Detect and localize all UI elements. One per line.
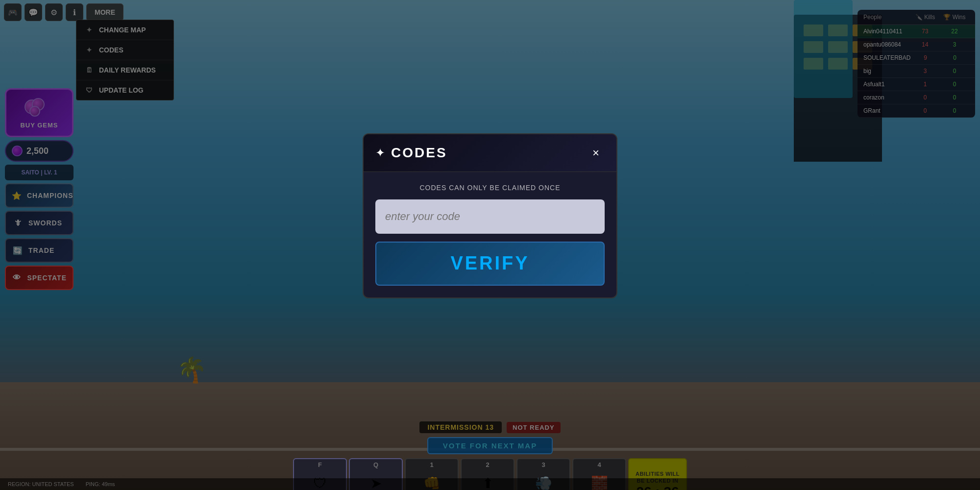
verify-button[interactable]: VERIFY	[375, 242, 605, 286]
codes-modal: ✦ CODES × CODES CAN ONLY BE CLAIMED ONCE…	[363, 133, 617, 298]
modal-overlay: ✦ CODES × CODES CAN ONLY BE CLAIMED ONCE…	[0, 0, 980, 490]
sparkle-icon: ✦	[375, 146, 385, 160]
codes-disclaimer: CODES CAN ONLY BE CLAIMED ONCE	[375, 184, 605, 192]
modal-body: CODES CAN ONLY BE CLAIMED ONCE VERIFY	[364, 172, 616, 297]
code-input-field[interactable]	[375, 199, 605, 234]
modal-close-button[interactable]: ×	[587, 144, 605, 162]
modal-title: CODES	[391, 145, 581, 161]
modal-header: ✦ CODES ×	[364, 134, 616, 172]
